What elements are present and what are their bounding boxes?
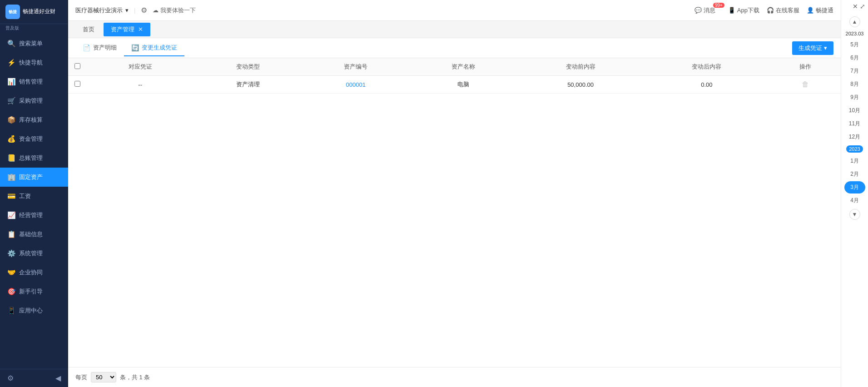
sidebar-item-capital[interactable]: 💰 资金管理 — [0, 129, 68, 149]
right-panel-header: ✕ ⤢ — [841, 0, 868, 13]
sidebar-item-label: 企业协同 — [19, 268, 43, 277]
sidebar-item-search[interactable]: 🔍 搜索菜单 — [0, 34, 68, 53]
th-change-type: 变动类型 — [194, 58, 302, 76]
select-all-cell — [68, 58, 86, 76]
tab-asset-label: 资产管理 — [111, 26, 134, 33]
collapse-icon[interactable]: ◀ — [55, 374, 61, 382]
topbar-divider: | — [134, 7, 135, 14]
sidebar: 畅捷 畅捷通好业财 普及版 🔍 搜索菜单 ⚡ 快捷导航 📊 销售管理 🛒 采购管… — [0, 0, 68, 387]
target-icon: 🎯 — [7, 288, 15, 296]
year-2022-label: 2023.03 — [841, 29, 868, 38]
sidebar-item-label: 销售管理 — [19, 78, 43, 86]
sidebar-item-label: 总账管理 — [19, 154, 43, 162]
select-all-checkbox[interactable] — [74, 63, 80, 69]
month-12[interactable]: 12月 — [844, 131, 865, 143]
close-panel-icon[interactable]: ✕ — [853, 3, 858, 10]
month-8[interactable]: 8月 — [844, 78, 865, 90]
phone-icon: 📱 — [7, 307, 15, 315]
sidebar-item-fixed-assets[interactable]: 🏢 固定资产 — [0, 168, 68, 187]
user-menu[interactable]: 👤 畅捷通 — [807, 6, 833, 15]
settings-bottom-icon[interactable]: ⚙ — [7, 374, 14, 382]
month-6[interactable]: 6月 — [844, 52, 865, 64]
sidebar-item-inventory[interactable]: 📦 库存核算 — [0, 110, 68, 129]
month-11[interactable]: 11月 — [844, 118, 865, 130]
scroll-down-button[interactable]: ▼ — [849, 209, 860, 220]
right-panel: ✕ ⤢ ▲ 2023.03 5月 6月 7月 8月 9月 10月 11月 12月… — [841, 0, 868, 387]
row-voucher: -- — [86, 76, 194, 94]
sidebar-item-label: 应用中心 — [19, 307, 43, 315]
payroll-icon: 💳 — [7, 192, 15, 200]
main-area: 医疗器械行业演示 ▾ | ⚙ ☁ 我要体验一下 💬 消息 99+ 📱 App下载… — [68, 0, 841, 387]
month-2023-2[interactable]: 2月 — [844, 168, 865, 180]
sidebar-item-basic-info[interactable]: 📋 基础信息 — [0, 225, 68, 244]
row-before-change: 50,000.00 — [517, 76, 644, 94]
content-area: 📄 资产明细 🔄 变更生成凭证 生成凭证 ▾ — [68, 38, 841, 387]
sidebar-logo: 畅捷 畅捷通好业财 — [0, 0, 68, 24]
tab-asset-management[interactable]: 资产管理 ✕ — [104, 23, 150, 36]
sidebar-item-app-center[interactable]: 📱 应用中心 — [0, 301, 68, 320]
app-download-button[interactable]: 📱 App下载 — [728, 6, 759, 15]
message-button[interactable]: 💬 消息 99+ — [694, 6, 721, 15]
month-5[interactable]: 5月 — [844, 39, 865, 51]
asset-table: 对应凭证 变动类型 资产编号 资产名称 变动前内容 变动后内容 操作 — [68, 58, 841, 94]
sidebar-item-payroll[interactable]: 💳 工资 — [0, 187, 68, 206]
month-2023-4[interactable]: 4月 — [844, 194, 865, 207]
building-icon: 🏢 — [7, 173, 15, 181]
trend-icon: 📈 — [7, 211, 15, 219]
sidebar-item-operations[interactable]: 📈 经营管理 — [0, 206, 68, 225]
tab-actions: 生成凭证 ▾ — [792, 41, 833, 55]
generate-voucher-button[interactable]: 生成凭证 ▾ — [792, 41, 833, 55]
table-row: -- 资产清理 000001 电脑 50,000.00 0.00 🗑 — [68, 76, 841, 94]
scroll-up-button[interactable]: ▲ — [849, 16, 860, 27]
table-wrapper: 对应凭证 变动类型 资产编号 资产名称 变动前内容 变动后内容 操作 — [68, 58, 841, 367]
sidebar-item-label: 资金管理 — [19, 135, 43, 143]
month-9[interactable]: 9月 — [844, 91, 865, 104]
row-change-type: 资产清理 — [194, 76, 302, 94]
sidebar-item-quick-nav[interactable]: ⚡ 快捷导航 — [0, 53, 68, 72]
logo-icon: 畅捷 — [5, 5, 20, 19]
tab-change-voucher[interactable]: 🔄 变更生成凭证 — [124, 40, 184, 56]
table-footer: 每页 10 20 50 100 条，共 1 条 — [68, 367, 841, 387]
detail-icon: 📄 — [83, 44, 90, 51]
row-asset-name: 电脑 — [410, 76, 517, 94]
th-after-change: 变动后内容 — [644, 58, 770, 76]
company-selector[interactable]: 医疗器械行业演示 ▾ — [75, 6, 129, 15]
per-page-select[interactable]: 10 20 50 100 — [91, 372, 116, 382]
support-button[interactable]: 🎧 在线客服 — [767, 6, 799, 15]
cart-icon: 🛒 — [7, 97, 15, 105]
sidebar-item-system[interactable]: ⚙️ 系统管理 — [0, 244, 68, 263]
delete-icon[interactable]: 🗑 — [802, 80, 809, 88]
generate-label: 生成凭证 — [799, 44, 822, 52]
sidebar-item-ledger[interactable]: 📒 总账管理 — [0, 149, 68, 168]
sidebar-item-label: 工资 — [19, 192, 31, 200]
sidebar-item-purchase[interactable]: 🛒 采购管理 — [0, 91, 68, 110]
tab-home[interactable]: 首页 — [75, 23, 102, 36]
sidebar-item-sales[interactable]: 📊 销售管理 — [0, 72, 68, 91]
gear-icon[interactable]: ⚙ — [141, 6, 147, 15]
sidebar-item-label: 系统管理 — [19, 249, 43, 258]
ledger-icon: 📒 — [7, 154, 15, 162]
row-checkbox[interactable] — [74, 81, 80, 87]
sidebar-item-label: 库存核算 — [19, 116, 43, 124]
sidebar-item-guide[interactable]: 🎯 新手引导 — [0, 282, 68, 301]
app-download-label: App下载 — [737, 6, 759, 15]
month-10[interactable]: 10月 — [844, 104, 865, 117]
tab-detail-label: 资产明细 — [93, 44, 117, 52]
box-icon: 📦 — [7, 116, 15, 124]
expand-panel-icon[interactable]: ⤢ — [860, 3, 865, 10]
sidebar-item-cooperation[interactable]: 🤝 企业协同 — [0, 263, 68, 282]
th-voucher: 对应凭证 — [86, 58, 194, 76]
settings-icon: ⚙️ — [7, 249, 15, 258]
feedback-button[interactable]: ☁ 我要体验一下 — [153, 6, 196, 15]
tab-asset-detail[interactable]: 📄 资产明细 — [75, 40, 124, 56]
mobile-icon: 📱 — [728, 7, 735, 14]
tab-close-icon[interactable]: ✕ — [138, 26, 143, 33]
month-2023-3[interactable]: 3月 — [844, 181, 865, 194]
th-asset-name: 资产名称 — [410, 58, 517, 76]
sidebar-nav: 🔍 搜索菜单 ⚡ 快捷导航 📊 销售管理 🛒 采购管理 📦 库存核算 💰 资金管… — [0, 34, 68, 369]
sidebar-item-label: 新手引导 — [19, 288, 43, 296]
month-2023-1[interactable]: 1月 — [844, 155, 865, 167]
month-7[interactable]: 7月 — [844, 65, 865, 77]
sidebar-item-label: 基础信息 — [19, 230, 43, 238]
sidebar-item-label: 采购管理 — [19, 97, 43, 105]
